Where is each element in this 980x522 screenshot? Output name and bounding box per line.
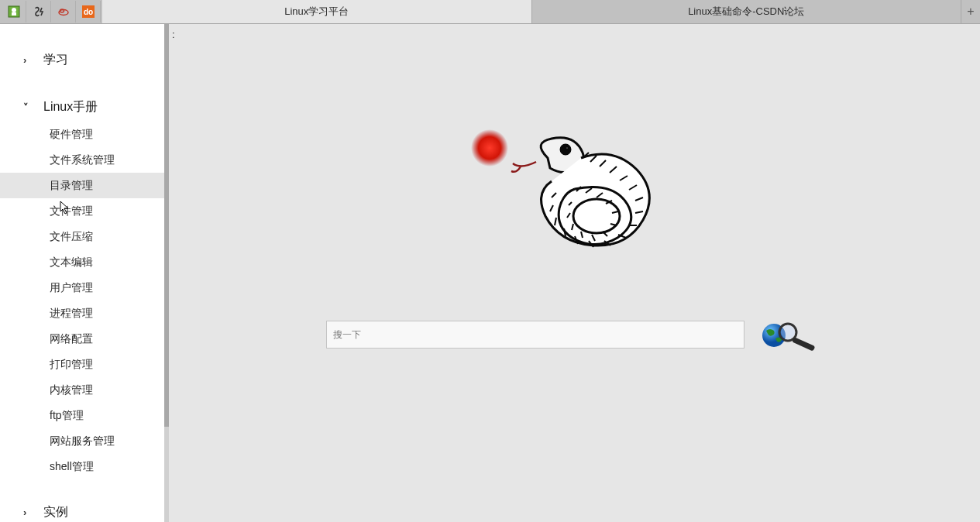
tab-inactive-label: Linux基础命令-CSDN论坛 xyxy=(688,5,804,19)
nav-item[interactable]: 目录管理 xyxy=(0,173,169,198)
search-bar xyxy=(326,318,824,351)
svg-rect-2 xyxy=(12,12,16,15)
nav-item[interactable]: 文件管理 xyxy=(48,198,169,224)
nav-item[interactable]: 文件压缩 xyxy=(48,224,169,249)
nav-item[interactable]: 文本编辑 xyxy=(48,249,169,275)
svg-point-1 xyxy=(12,8,16,12)
nav-item[interactable]: 网络配置 xyxy=(48,326,169,352)
svg-point-8 xyxy=(566,146,569,149)
chevron-right-icon: › xyxy=(23,54,34,66)
nav-item[interactable]: 网站服务管理 xyxy=(48,428,169,454)
app-icon-2[interactable] xyxy=(26,1,51,22)
app-icon-do[interactable]: do xyxy=(76,1,101,22)
nav-item[interactable]: 内核管理 xyxy=(48,377,169,403)
nav-item[interactable]: 打印管理 xyxy=(48,352,169,377)
nav-section-1[interactable]: ˅Linux手册 xyxy=(0,93,169,122)
main-content: : xyxy=(169,24,980,522)
nav-item[interactable]: 进程管理 xyxy=(48,300,169,326)
content-marker: : xyxy=(172,29,175,40)
nav-section-title: 学习 xyxy=(43,52,68,68)
nav-section-0[interactable]: ›学习 xyxy=(0,46,169,74)
tab-strip: do Linux学习平台 Linux基础命令-CSDN论坛 + xyxy=(0,0,980,24)
nav-section-title: 实例 xyxy=(43,504,68,520)
nav-section-2[interactable]: ›实例 xyxy=(0,498,169,522)
search-globe-icon xyxy=(758,318,824,351)
sidebar: ›学习˅Linux手册硬件管理文件系统管理目录管理文件管理文件压缩文本编辑用户管… xyxy=(0,24,169,522)
tab-inactive[interactable]: Linux基础命令-CSDN论坛 xyxy=(532,0,962,23)
snake-icon xyxy=(511,138,649,247)
chevron-down-icon: ˅ xyxy=(23,101,34,113)
chevron-right-icon: › xyxy=(23,507,34,518)
toolbar-icons: do xyxy=(0,1,102,22)
svg-text:do: do xyxy=(83,8,92,16)
nav-section-title: Linux手册 xyxy=(43,99,98,115)
hero-logo xyxy=(459,115,691,270)
nav-item[interactable]: 硬件管理 xyxy=(48,122,169,147)
nav-item[interactable]: ftp管理 xyxy=(48,403,169,428)
tab-active-label: Linux学习平台 xyxy=(284,5,349,19)
app-icon-cloud[interactable] xyxy=(51,1,76,22)
nav-item[interactable]: shell管理 xyxy=(48,454,169,479)
tab-active[interactable]: Linux学习平台 xyxy=(102,0,532,23)
svg-point-9 xyxy=(573,199,620,233)
app-icon-1[interactable] xyxy=(2,1,26,22)
svg-point-12 xyxy=(781,325,795,339)
nav-item[interactable]: 文件系统管理 xyxy=(48,147,169,173)
red-orb-icon xyxy=(471,129,508,167)
nav-item[interactable]: 用户管理 xyxy=(48,275,169,300)
new-tab-button[interactable]: + xyxy=(961,0,980,23)
search-button[interactable] xyxy=(758,318,824,351)
svg-point-4 xyxy=(60,9,64,12)
svg-rect-13 xyxy=(792,337,815,351)
search-input[interactable] xyxy=(326,321,744,349)
